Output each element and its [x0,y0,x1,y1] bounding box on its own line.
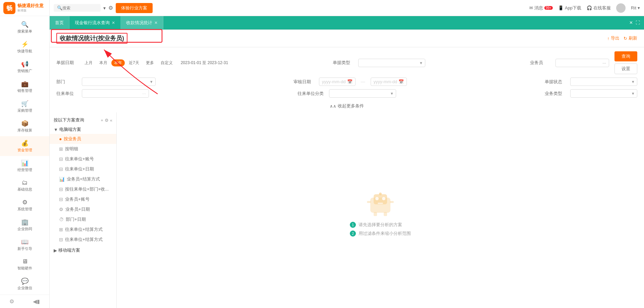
date-option-this-year[interactable]: 本年 [111,59,125,66]
sidebar-item-inventory[interactable]: 📦库存核算 [0,116,49,136]
left-panel-icons: + ⚙ « [101,118,112,123]
sidebar-item-marketing[interactable]: 📢营销推广 [0,57,49,77]
plan-item-partner-date[interactable]: ⊟ 往来单位+日期 [50,164,116,174]
salesman-more-icon[interactable]: ··· [602,60,606,65]
partner-category-select[interactable]: ▾ [329,89,396,98]
user-dropdown-icon: ▾ [638,5,640,10]
partner-select[interactable]: ··· [82,89,149,98]
tab-bank[interactable]: 现金银行流水查询 ✕ [69,16,121,29]
hardware-icon: 🖥 [22,258,28,265]
review-date-from[interactable]: yyyy-mm-dd 📅 [319,78,356,86]
message-button[interactable]: ✉ 消息 99+ [529,5,553,11]
plan-item-by-salesman[interactable]: ● 按业务员 [50,134,116,144]
sidebar-item-hardware[interactable]: 🖥智能硬件 [0,255,49,274]
body-container: 收款情况统计(按业务员) ↑ 导出 ↻ 刷新 单据日期 上月 本月 [50,30,644,308]
date-option-custom[interactable]: 自定义 [158,59,175,66]
tab-receipt-close[interactable]: ✕ [154,20,158,25]
date-option-this-month[interactable]: 本月 [97,59,110,66]
plan-item-salesman-settlement[interactable]: 📊 业务员+结算方式 [50,174,116,184]
app-download-button[interactable]: 📱 App下载 [558,5,581,11]
collapse-button[interactable]: ∧∧ 收起更多条件 [56,101,637,111]
wechat-icon: 💬 [21,277,29,285]
sidebar-item-sales[interactable]: 💼销售管理 [0,77,49,97]
user-name[interactable]: Rit ▾ [631,5,640,10]
sidebar-item-newbie[interactable]: 📖新手引导 [0,235,49,255]
topbar-dropdown[interactable]: ▾ [103,5,106,11]
dept-label: 部门 [56,79,76,85]
purchase-icon: 🛒 [21,100,29,107]
plan-item-dept-date[interactable]: ⏱ 部门+日期 [50,214,116,224]
sidebar-item-purchase[interactable]: 🛒采购管理 [0,97,49,116]
dept-select[interactable]: ▾ [82,78,156,86]
salesman-date-icon: ⚙ [59,207,63,212]
plan-item-by-detail[interactable]: ⊞ 按明细 [50,144,116,154]
date-option-7days[interactable]: 近7天 [126,59,142,66]
date-range-display: 2023-01-01 至 2023-12-31 [181,60,228,66]
settings-plan-button[interactable]: ⚙ [105,118,109,123]
topbar-right: ✉ 消息 99+ 📱 App下载 🎧 在线客服 Rit ▾ [529,3,640,13]
query-button[interactable]: 查询 [614,51,637,61]
partner-dots[interactable]: ··· [142,91,146,96]
sidebar-item-search[interactable]: 🔍搜索菜单 [0,17,49,37]
plan-item-partner-settlement2[interactable]: ⊟ 往来单位+结算方式 [50,235,116,245]
user-avatar[interactable] [616,3,626,13]
sidebar-item-quicknav[interactable]: ⚡快捷导航 [0,37,49,57]
export-button[interactable]: ↑ 导出 [607,35,620,41]
date-option-more[interactable]: 更多 [143,59,157,66]
date-separator: — [361,79,365,84]
newbie-icon: 📖 [21,238,29,246]
svg-rect-6 [367,201,371,203]
finance-icon: 💰 [21,140,29,147]
salesman-select[interactable]: ··· [555,59,609,67]
voucher-type-select[interactable]: ▾ [358,59,425,67]
plan-item-partner-dept-receipt[interactable]: ⊟ 按往来单位+部门+收... [50,184,116,194]
plan-item-partner-account[interactable]: ⊟ 往来单位+账号 [50,154,116,164]
add-plan-button[interactable]: + [101,118,103,123]
topbar-gear-icon[interactable]: ⚙ [108,5,113,11]
topbar-search-box[interactable]: 🔍 [54,4,101,12]
plan-group-desktop: ▼ 电脑端方案 ● 按业务员 ⊞ 按明细 ⊟ 往来单位+账号 [50,125,116,245]
refresh-button[interactable]: ↻ 刷新 [624,35,637,41]
partner-category-arrow: ▾ [391,91,393,96]
sidebar-item-basic[interactable]: 🗂基础信息 [0,176,49,195]
business-type-select[interactable]: ▾ [570,89,637,98]
review-date-label: 审核日期 [293,79,314,85]
partner-date-icon: ⊟ [59,166,63,172]
plan-item-partner-settlement1[interactable]: ⊞ 往来单位+结算方式 [50,224,116,235]
sidebar-item-wechat[interactable]: 💬企业微信 [0,274,49,294]
sidebar-item-operation[interactable]: 📊经营管理 [0,156,49,176]
plan-item-salesman-date[interactable]: ⚙ 业务员+日期 [50,204,116,214]
service-icon: 🎧 [587,5,592,10]
partner-account-icon: ⊟ [59,156,63,162]
plan-group-desktop-title[interactable]: ▼ 电脑端方案 [50,125,116,134]
dept-date-icon: ⏱ [59,217,64,222]
salesman-account-icon: ⊟ [59,197,63,202]
sidebar-item-finance[interactable]: 💰资金管理 [0,136,49,156]
sidebar-item-system[interactable]: ⚙系统管理 [0,195,49,215]
trial-button[interactable]: 体验行业方案 [116,3,153,13]
sidebar-item-enterprise[interactable]: 🏢企业协同 [0,215,49,235]
date-option-last-month[interactable]: 上月 [82,59,95,66]
topbar: 🔍 ▾ ⚙ 体验行业方案 ✉ 消息 99+ 📱 App下载 🎧 在线客服 Rit [50,0,644,16]
tab-receipt[interactable]: 收款情况统计 ✕ [121,16,163,29]
tab-maximize-icon[interactable]: ⛶ [636,20,640,25]
voucher-status-select[interactable]: ▾ [570,78,637,86]
body-area: 按以下方案查询 + ⚙ « ▼ 电脑端方案 ● 按业务员 [50,112,644,308]
collapse-panel-button[interactable]: « [110,118,112,123]
download-icon: 📱 [558,5,564,10]
query-actions: 查询 设置 [614,51,637,74]
search-input[interactable] [62,6,96,10]
tab-minimize-icon[interactable]: ✕ [629,20,633,25]
online-service-button[interactable]: 🎧 在线客服 [587,5,611,11]
tab-home[interactable]: 首页 [50,16,69,29]
tip-num-1: 1 [350,222,356,228]
plan-item-salesman-account[interactable]: ⊟ 业务员+账号 [50,194,116,204]
tab-bank-close[interactable]: ✕ [112,20,115,25]
plan-group-mobile-title[interactable]: ▶ 移动端方案 [50,246,116,255]
sidebar-settings-btn[interactable]: ⚙ [9,298,14,305]
review-date-to[interactable]: yyyy-mm-dd 📅 [371,78,407,86]
settings-button[interactable]: 设置 [614,63,637,74]
sidebar-collapse-btn[interactable]: ◀▮ [33,298,40,305]
sales-icon: 💼 [21,80,29,88]
search-icon: 🔍 [57,5,62,10]
